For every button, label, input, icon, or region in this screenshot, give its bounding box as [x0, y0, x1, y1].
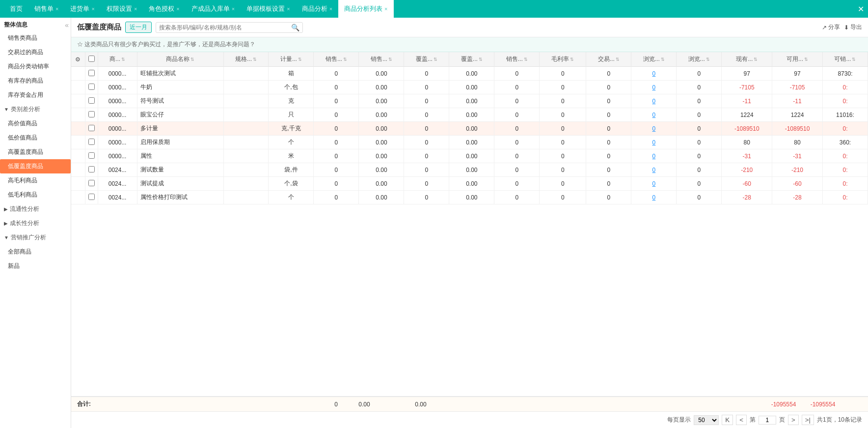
row-checkbox[interactable]: [85, 136, 98, 149]
row-checkbox[interactable]: [85, 191, 98, 204]
row-browse1[interactable]: 0: [631, 81, 677, 94]
window-close-button[interactable]: ✕: [858, 4, 864, 14]
nav-roles[interactable]: 角色授权 ×: [143, 0, 185, 18]
first-page-button[interactable]: K: [722, 415, 733, 425]
row-available: 80: [772, 136, 823, 149]
col-unit[interactable]: 计量...⇅: [269, 52, 314, 67]
sidebar-section-flow[interactable]: ▶ 流通性分析: [0, 202, 71, 216]
col-name[interactable]: 商品名称⇅: [137, 52, 223, 67]
nav-sales[interactable]: 销售单 ×: [28, 0, 64, 18]
nav-purchase[interactable]: 进货单 ×: [64, 0, 100, 18]
col-trade[interactable]: 交易...⇅: [586, 52, 631, 67]
row-checkbox[interactable]: [85, 67, 98, 81]
search-icon[interactable]: 🔍: [291, 24, 299, 31]
col-checkbox[interactable]: [85, 52, 98, 67]
settings-icon[interactable]: ⚙: [75, 56, 81, 63]
close-icon[interactable]: ×: [287, 6, 290, 12]
col-available[interactable]: 可用...⇅: [772, 52, 823, 67]
sidebar-item-category-rate[interactable]: 商品分类动销率: [0, 59, 71, 74]
col-settings[interactable]: ⚙: [71, 52, 85, 67]
export-button[interactable]: ⬇ 导出: [844, 23, 862, 31]
sidebar-item-low-value[interactable]: 低价值商品: [0, 131, 71, 145]
close-icon[interactable]: ×: [134, 6, 137, 12]
close-icon[interactable]: ×: [329, 6, 332, 12]
sidebar-item-high-coverage[interactable]: 高覆盖度商品: [0, 145, 71, 159]
row-browse1[interactable]: 0: [631, 191, 677, 204]
search-input[interactable]: [159, 24, 291, 31]
search-box[interactable]: 🔍: [156, 22, 303, 33]
close-icon[interactable]: ×: [232, 6, 235, 12]
prev-page-button[interactable]: <: [736, 415, 747, 425]
sidebar-item-low-coverage[interactable]: 低覆盖度商品: [0, 159, 71, 173]
col-sales-amt[interactable]: 销售...⇅: [359, 52, 404, 67]
sidebar-section-marketing[interactable]: ▼ 营销推广分析: [0, 230, 71, 245]
row-checkbox[interactable]: [85, 108, 98, 122]
nav-product-entry[interactable]: 产成品入库单 ×: [186, 0, 241, 18]
row-sales3: 0: [494, 149, 540, 163]
row-checkbox[interactable]: [85, 163, 98, 177]
row-checkbox[interactable]: [85, 94, 98, 108]
sidebar-section-category[interactable]: ▼ 类别差分析: [0, 102, 71, 116]
row-unit: 个,袋: [269, 177, 314, 191]
sidebar-item-sales-goods[interactable]: 销售类商品: [0, 31, 71, 45]
sidebar-section-growth[interactable]: ▶ 成长性分析: [0, 216, 71, 230]
sidebar-item-high-value[interactable]: 高价值商品: [0, 116, 71, 131]
row-cover1: 0: [404, 191, 449, 204]
next-page-button[interactable]: >: [788, 415, 799, 425]
row-checkbox[interactable]: [85, 177, 98, 191]
row-sales3: 0: [494, 191, 540, 204]
nav-product-analysis[interactable]: 商品分析 ×: [296, 0, 338, 18]
row-name: 属性: [137, 149, 223, 163]
nav-product-analysis-list[interactable]: 商品分析列表 ×: [338, 0, 393, 18]
row-browse1[interactable]: 0: [631, 108, 677, 122]
row-browse1[interactable]: 0: [631, 149, 677, 163]
time-filter-button[interactable]: 近一月: [125, 22, 152, 33]
col-cover2[interactable]: 覆盖...⇅: [449, 52, 494, 67]
last-page-button[interactable]: >|: [802, 415, 814, 425]
per-page-select[interactable]: 50 20 100 200: [694, 415, 719, 425]
col-spec[interactable]: 规格...⇅: [223, 52, 269, 67]
row-checkbox[interactable]: [85, 122, 98, 136]
share-button[interactable]: ↗ 分享: [822, 23, 840, 31]
close-icon[interactable]: ×: [176, 6, 179, 12]
row-cover2: 0.00: [449, 94, 494, 108]
col-cover1[interactable]: 覆盖...⇅: [404, 52, 449, 67]
nav-template[interactable]: 单据模板设置 ×: [241, 0, 296, 18]
row-browse1[interactable]: 0: [631, 94, 677, 108]
select-all-checkbox[interactable]: [88, 56, 95, 62]
sidebar-collapse-btn[interactable]: «: [65, 21, 69, 29]
nav-home[interactable]: 首页: [4, 0, 28, 18]
close-icon[interactable]: ×: [384, 6, 387, 12]
row-unit: 个,包: [269, 81, 314, 94]
row-checkbox[interactable]: [85, 81, 98, 94]
row-sellable: 8730:: [822, 67, 868, 81]
sidebar-item-low-profit[interactable]: 低毛利商品: [0, 188, 71, 202]
nav-permissions[interactable]: 权限设置 ×: [101, 0, 143, 18]
row-browse1[interactable]: 0: [631, 163, 677, 177]
sidebar-item-all-goods[interactable]: 全部商品: [0, 245, 71, 259]
row-checkbox[interactable]: [85, 149, 98, 163]
sidebar-item-stock-capital[interactable]: 库存资金占用: [0, 88, 71, 102]
col-code[interactable]: 商...⇅: [98, 52, 137, 67]
sidebar-item-stock-goods[interactable]: 有库存的商品: [0, 74, 71, 88]
sidebar-item-traded-goods[interactable]: 交易过的商品: [0, 45, 71, 59]
page-number-input[interactable]: [759, 416, 776, 425]
col-browse2[interactable]: 浏览...⇅: [677, 52, 722, 67]
col-sellable[interactable]: 可销...⇅: [822, 52, 868, 67]
row-gross: 0: [540, 67, 586, 81]
col-sales3[interactable]: 销售...⇅: [494, 52, 540, 67]
sidebar-item-new-goods[interactable]: 新品: [0, 259, 71, 273]
row-browse1[interactable]: 0: [631, 122, 677, 136]
row-spec: [223, 149, 269, 163]
sidebar-item-high-profit[interactable]: 高毛利商品: [0, 173, 71, 188]
row-sales3: 0: [494, 122, 540, 136]
row-browse1[interactable]: 0: [631, 136, 677, 149]
close-icon[interactable]: ×: [55, 6, 58, 12]
col-browse1[interactable]: 浏览...⇅: [631, 52, 677, 67]
col-gross[interactable]: 毛利率⇅: [540, 52, 586, 67]
close-icon[interactable]: ×: [91, 6, 94, 12]
col-current-stock[interactable]: 现有...⇅: [722, 52, 772, 67]
col-sales-qty[interactable]: 销售...⇅: [314, 52, 359, 67]
row-browse1[interactable]: 0: [631, 67, 677, 81]
row-browse1[interactable]: 0: [631, 177, 677, 191]
